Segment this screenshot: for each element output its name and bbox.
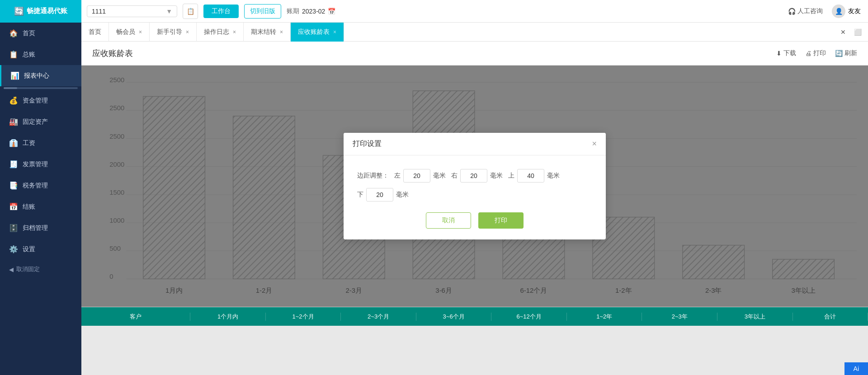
top-margin-input[interactable]	[517, 169, 544, 183]
sidebar-label-funds: 资金管理	[23, 97, 48, 105]
sidebar-label-settlement: 结账	[23, 203, 35, 211]
cancel-button[interactable]: 取消	[426, 212, 471, 229]
tab-home-label: 首页	[89, 28, 101, 36]
bottom-table-header: 客户 1个月内 1~2个月 2~3个月 3~6个月 6~12个月 1~2年 2~…	[81, 307, 868, 326]
salary-icon: 👔	[9, 139, 18, 147]
refresh-icon: 🔄	[835, 50, 843, 57]
period-value: 2023-02	[302, 8, 325, 15]
archive-icon: 🗄️	[9, 224, 18, 232]
switch-version-button[interactable]: 切到旧版	[244, 4, 281, 19]
tab-receivable[interactable]: 应收账龄表 ×	[291, 23, 344, 42]
right-margin-input[interactable]	[460, 169, 487, 183]
tab-member-close[interactable]: ×	[139, 29, 142, 35]
tab-period-end-label: 期末结转	[251, 28, 276, 36]
top-margin-group: 上 毫米	[508, 169, 560, 183]
sidebar-item-invoice[interactable]: 🧾 发票管理	[0, 154, 81, 175]
ai-badge[interactable]: Ai	[844, 362, 868, 375]
col-customer: 客户	[81, 313, 190, 321]
right-label: 右	[451, 172, 458, 180]
col-3year-plus: 3年以上	[717, 313, 793, 321]
sidebar-label-settings: 设置	[23, 245, 35, 253]
sidebar-item-ledger[interactable]: 📋 总账	[0, 44, 81, 65]
left-margin-input[interactable]	[403, 169, 430, 183]
collapse-label: 取消固定	[16, 265, 40, 273]
tab-receivable-label: 应收账龄表	[298, 28, 330, 36]
top-right: 🎧 人工咨询 👤 友友	[788, 5, 861, 18]
top-label: 上	[508, 172, 514, 180]
tab-guide-close[interactable]: ×	[186, 29, 189, 35]
sidebar-label-salary: 工资	[23, 139, 35, 147]
sidebar-label-reports: 报表中心	[24, 72, 49, 80]
sidebar-item-settings[interactable]: ⚙️ 设置	[0, 239, 81, 260]
download-button[interactable]: ⬇ 下载	[776, 49, 796, 57]
tab-period-end[interactable]: 期末结转 ×	[244, 23, 291, 42]
sidebar-label-invoice: 发票管理	[23, 160, 48, 169]
sidebar-label-ledger: 总账	[23, 51, 35, 59]
print-button[interactable]: 🖨 打印	[805, 49, 826, 57]
calendar-icon[interactable]: 📅	[328, 8, 335, 15]
consult-button[interactable]: 🎧 人工咨询	[788, 7, 823, 15]
tab-oplog-close[interactable]: ×	[233, 29, 236, 35]
invoice-icon: 🧾	[9, 160, 18, 169]
refresh-button[interactable]: 🔄 刷新	[835, 49, 857, 57]
settlement-icon: 📅	[9, 202, 18, 211]
tab-bar: 首页 畅会员 × 新手引导 × 操作日志 × 期末结转 × 应收账龄表 ×	[81, 23, 868, 42]
page-title: 应收账龄表	[92, 48, 133, 59]
user-area[interactable]: 👤 友友	[832, 5, 861, 18]
reports-icon: 📊	[10, 71, 19, 80]
tab-member-label: 畅会员	[116, 28, 135, 36]
col-total: 合计	[793, 313, 868, 321]
margin-adjust-label: 边距调整：	[357, 172, 389, 180]
logo: 🔄 畅捷通易代账	[0, 0, 81, 23]
download-icon: ⬇	[776, 50, 782, 57]
modal-header: 打印设置 ×	[344, 133, 606, 155]
company-name: 1111	[92, 8, 162, 15]
print-confirm-button[interactable]: 打印	[478, 212, 524, 229]
company-select[interactable]: 1111 ▼	[87, 5, 177, 17]
download-label: 下载	[783, 49, 796, 57]
tab-member[interactable]: 畅会员 ×	[109, 23, 150, 42]
logo-text: 畅捷通易代账	[27, 7, 67, 15]
modal-close-icon[interactable]: ×	[592, 139, 597, 149]
bottom-margin-input[interactable]	[366, 188, 393, 202]
sidebar-item-salary[interactable]: 👔 工资	[0, 132, 81, 154]
sidebar-item-settlement[interactable]: 📅 结账	[0, 196, 81, 217]
col-3-6month: 3~6个月	[416, 313, 492, 321]
tab-home[interactable]: 首页	[81, 23, 109, 42]
page-header: 应收账龄表 ⬇ 下载 🖨 打印 🔄 刷新	[81, 42, 868, 66]
ai-label: Ai	[854, 365, 859, 372]
content-area: 首页 畅会员 × 新手引导 × 操作日志 × 期末结转 × 应收账龄表 ×	[81, 23, 868, 375]
user-name: 友友	[848, 7, 861, 15]
print-settings-modal: 打印设置 × 边距调整： 左 毫米	[344, 133, 606, 239]
sidebar-item-tax[interactable]: 📑 税务管理	[0, 175, 81, 196]
headset-icon: 🎧	[788, 8, 796, 15]
sidebar-label-home: 首页	[23, 29, 35, 38]
sidebar-item-assets[interactable]: 🏭 固定资产	[0, 111, 81, 132]
sidebar-item-archive[interactable]: 🗄️ 归档管理	[0, 217, 81, 239]
close-tab-action[interactable]: ✕	[836, 25, 850, 39]
logo-icon: 🔄	[14, 6, 24, 16]
sidebar-collapse[interactable]: ◀ 取消固定	[0, 260, 81, 279]
workbench-button[interactable]: 工作台	[203, 5, 239, 18]
print-label: 打印	[813, 49, 826, 57]
assets-icon: 🏭	[9, 117, 18, 126]
sidebar-scrollbar-thumb	[4, 87, 17, 89]
tab-actions: ✕ ⬜	[836, 25, 868, 39]
home-icon: 🏠	[9, 29, 18, 38]
sidebar-item-funds[interactable]: 💰 资金管理	[0, 90, 81, 111]
tab-receivable-close[interactable]: ×	[333, 29, 336, 35]
maximize-tab-action[interactable]: ⬜	[851, 25, 864, 39]
pin-icon: ◀	[9, 266, 14, 273]
tab-period-end-close[interactable]: ×	[280, 29, 283, 35]
tab-guide[interactable]: 新手引导 ×	[150, 23, 197, 42]
sidebar-item-home[interactable]: 🏠 首页	[0, 23, 81, 44]
sidebar: 🏠 首页 📋 总账 📊 报表中心 💰 资金管理 🏭 固定资产 👔 工资 🧾	[0, 23, 81, 375]
tab-oplog[interactable]: 操作日志 ×	[197, 23, 244, 42]
col-2-3month: 2~3个月	[341, 313, 416, 321]
tax-icon: 📑	[9, 181, 18, 190]
copy-icon[interactable]: 📋	[183, 4, 198, 19]
sidebar-item-reports[interactable]: 📊 报表中心	[0, 65, 81, 86]
left-unit: 毫米	[433, 172, 446, 180]
chevron-down-icon: ▼	[166, 8, 172, 15]
col-1month: 1个月内	[190, 313, 266, 321]
